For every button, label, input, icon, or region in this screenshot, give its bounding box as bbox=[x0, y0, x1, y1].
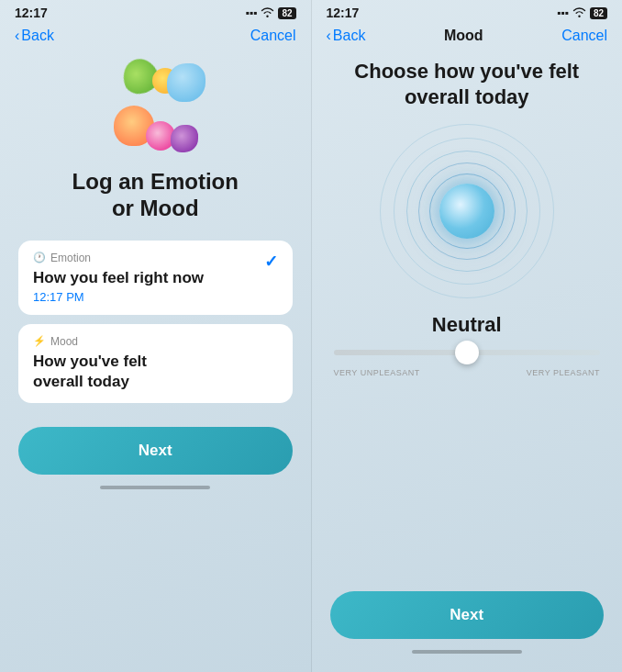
mood-visual bbox=[380, 124, 554, 298]
back-button-left[interactable]: ‹ Back bbox=[15, 28, 54, 44]
back-button-right[interactable]: ‹ Back bbox=[327, 28, 366, 44]
mood-value-label: Neutral bbox=[432, 313, 502, 337]
main-title-left: Log an Emotion or Mood bbox=[72, 169, 239, 222]
wifi-icon bbox=[261, 6, 274, 20]
emotion-check-icon: ✓ bbox=[264, 252, 278, 272]
next-button-right[interactable]: Next bbox=[330, 591, 605, 639]
mood-card[interactable]: ⚡ Mood How you've felt overall today bbox=[18, 324, 293, 403]
cancel-button-left[interactable]: Cancel bbox=[250, 28, 296, 44]
mood-icon: ⚡ bbox=[33, 335, 46, 347]
emotion-icon: 🕐 bbox=[33, 252, 46, 263]
emotion-time: 12:17 PM bbox=[33, 290, 204, 304]
cancel-button-right[interactable]: Cancel bbox=[561, 28, 607, 44]
status-time-left: 12:17 bbox=[15, 6, 48, 20]
left-screen: 12:17 ▪▪▪ 82 ‹ Back Cancel bbox=[0, 0, 311, 672]
mood-slider-container: VERY UNPLEASANT VERY PLEASANT bbox=[330, 350, 605, 377]
battery-left: 82 bbox=[278, 7, 295, 19]
back-label-right: Back bbox=[333, 28, 366, 44]
right-heading: Choose how you've felt overall today bbox=[354, 59, 579, 109]
flower-purple bbox=[171, 125, 198, 152]
nav-bar-right: ‹ Back Mood Cancel bbox=[312, 24, 623, 51]
status-icons-right: ▪▪▪ 82 bbox=[557, 6, 607, 20]
home-indicator-left bbox=[100, 486, 210, 489]
back-label-left: Back bbox=[21, 28, 54, 44]
next-button-left[interactable]: Next bbox=[18, 427, 293, 475]
battery-right: 82 bbox=[590, 7, 607, 19]
nav-title-right: Mood bbox=[444, 28, 483, 44]
emotion-label: Emotion bbox=[50, 252, 91, 264]
emotion-card[interactable]: 🕐 Emotion How you feel right now 12:17 P… bbox=[18, 241, 293, 315]
right-content: Choose how you've felt overall today Neu… bbox=[312, 51, 623, 672]
status-bar-right: 12:17 ▪▪▪ 82 bbox=[312, 0, 623, 24]
wifi-icon-right bbox=[572, 6, 586, 20]
home-indicator-right bbox=[412, 650, 522, 654]
nav-bar-left: ‹ Back Cancel bbox=[0, 24, 311, 51]
flower-blue bbox=[167, 63, 205, 102]
signal-icon-right: ▪▪▪ bbox=[557, 6, 569, 19]
back-chevron-left: ‹ bbox=[15, 28, 19, 44]
flower-illustration bbox=[95, 59, 215, 160]
left-content: Log an Emotion or Mood 🕐 Emotion How you… bbox=[0, 51, 311, 672]
mood-label: Mood bbox=[50, 335, 78, 348]
status-icons-left: ▪▪▪ 82 bbox=[246, 6, 296, 20]
slider-track[interactable] bbox=[334, 350, 601, 355]
mood-body: How you've felt overall today bbox=[33, 352, 278, 392]
emotion-body: How you feel right now bbox=[33, 268, 204, 288]
right-bottom-area: Next bbox=[330, 591, 605, 672]
slider-thumb[interactable] bbox=[455, 341, 479, 364]
back-chevron-right: ‹ bbox=[327, 28, 331, 44]
slider-labels: VERY UNPLEASANT VERY PLEASANT bbox=[334, 368, 601, 377]
signal-icon: ▪▪▪ bbox=[246, 6, 258, 19]
right-screen: 12:17 ▪▪▪ 82 ‹ Back Mood Cancel Choose h… bbox=[311, 0, 623, 672]
slider-label-right: VERY PLEASANT bbox=[527, 368, 600, 377]
slider-label-left: VERY UNPLEASANT bbox=[334, 368, 420, 377]
status-bar-left: 12:17 ▪▪▪ 82 bbox=[0, 0, 311, 24]
mood-center-orb bbox=[439, 184, 494, 239]
status-time-right: 12:17 bbox=[327, 6, 360, 20]
